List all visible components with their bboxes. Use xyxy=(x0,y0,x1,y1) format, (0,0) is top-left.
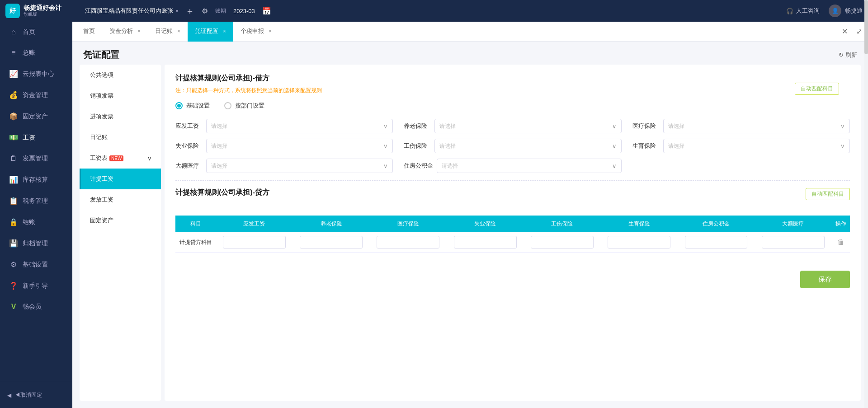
th-yingfa: 应发工资 xyxy=(216,216,292,232)
save-button[interactable]: 保存 xyxy=(800,271,850,288)
username-label: 畅捷通 xyxy=(845,7,863,15)
sidebar-item-close[interactable]: 🔒 结账 xyxy=(0,211,72,233)
close-funds-tab[interactable]: × xyxy=(137,28,141,34)
sidebar-item-tax[interactable]: 📋 税务管理 xyxy=(0,190,72,211)
page-title: 凭证配置 xyxy=(83,49,119,61)
field-gongshang: 工伤保险 请选择 ∨ xyxy=(404,139,621,153)
leftnav-purchase[interactable]: 进项发票 xyxy=(80,106,161,127)
input-gongshang[interactable] xyxy=(531,236,594,249)
sidebar-item-inventory[interactable]: 📊 库存核算 xyxy=(0,169,72,190)
input-gjj[interactable] xyxy=(685,236,748,249)
radio-dept[interactable]: 按部门设置 xyxy=(224,102,264,110)
sidebar-item-invoice[interactable]: 🗒 发票管理 xyxy=(0,148,72,169)
tax-icon: 📋 xyxy=(9,197,18,205)
sidebar-item-assets[interactable]: 📦 固定资产 xyxy=(0,106,72,127)
company-selector[interactable]: 江西服宝精品有限责任公司内账张 ▾ xyxy=(85,7,178,15)
reports-icon: 📈 xyxy=(9,70,18,78)
input-daeyiliao[interactable] xyxy=(762,236,825,249)
radio-basic-circle xyxy=(175,102,183,109)
th-yanglao: 养老保险 xyxy=(292,216,369,232)
tab-tax[interactable]: 个税申报 × xyxy=(233,22,279,42)
tab-home-label: 首页 xyxy=(83,27,95,35)
content-area: 首页 资金分析 × 日记账 × 凭证配置 × 个税申报 × ✕ ⤢ xyxy=(72,22,868,408)
sidebar-label-close: 结账 xyxy=(23,218,35,226)
sidebar-item-salary[interactable]: 💵 工资 xyxy=(0,127,72,148)
input-yanglao[interactable] xyxy=(300,236,363,249)
auto-match-button-1[interactable]: 自动匹配科目 xyxy=(795,83,839,95)
expand-tab-button[interactable]: ⤢ xyxy=(854,26,864,37)
close-tax-tab[interactable]: × xyxy=(269,28,272,34)
radio-basic[interactable]: 基础设置 xyxy=(175,102,210,110)
leftnav-salary-table[interactable]: 工资表NEW ∨ xyxy=(80,148,161,169)
label-daeyiliao: 大额医疗 xyxy=(175,162,203,170)
auto-match-button-2[interactable]: 自动匹配科目 xyxy=(806,188,850,200)
leftnav-fixed-assets[interactable]: 固定资产 xyxy=(80,210,161,231)
select-yiliao[interactable]: 请选择 ∨ xyxy=(663,119,850,133)
input-shengyu[interactable] xyxy=(608,236,670,249)
sidebar-item-guide[interactable]: ❓ 新手引导 xyxy=(0,275,72,296)
tab-voucher[interactable]: 凭证配置 × xyxy=(188,22,233,42)
sidebar-item-settings[interactable]: ⚙ 基础设置 xyxy=(0,254,72,275)
left-nav: 公共选项 销项发票 进项发票 日记账 工资表NEW ∨ 计提工资 发放工资 固定… xyxy=(80,65,161,401)
label-shengyu: 生育保险 xyxy=(632,142,660,150)
leftnav-diary[interactable]: 日记账 xyxy=(80,127,161,148)
tab-funds[interactable]: 资金分析 × xyxy=(102,22,148,42)
input-yiliao[interactable] xyxy=(377,236,439,249)
th-gongshang: 工伤保险 xyxy=(524,216,600,232)
input-yingfa[interactable] xyxy=(223,236,286,249)
td-row-label: 计提贷方科目 xyxy=(175,232,216,253)
th-action: 操作 xyxy=(831,216,850,232)
tab-controls: ✕ ⤢ xyxy=(839,26,864,37)
app-logo-icon: 好 xyxy=(5,4,20,18)
settings-icon[interactable]: ⚙ xyxy=(202,7,208,15)
top-right: 🎧 人工咨询 👤 畅捷通 xyxy=(786,5,863,17)
user-area[interactable]: 👤 畅捷通 xyxy=(829,5,863,17)
leftnav-sales[interactable]: 销项发票 xyxy=(80,85,161,106)
delete-row-button[interactable]: 🗑 xyxy=(837,238,844,246)
th-daeyiliao: 大额医疗 xyxy=(755,216,831,232)
guide-icon: ❓ xyxy=(9,281,18,290)
settings-nav-icon: ⚙ xyxy=(9,260,18,269)
leftnav-salary-calc[interactable]: 计提工资 xyxy=(80,169,161,189)
select-gjj[interactable]: 请选择 ∨ xyxy=(437,159,621,173)
add-button[interactable]: ＋ xyxy=(185,5,194,17)
refresh-button[interactable]: ↻ 刷新 xyxy=(839,51,857,59)
sidebar-item-reports[interactable]: 📈 云报表中心 xyxy=(0,63,72,84)
select-shengyu[interactable]: 请选择 ∨ xyxy=(663,139,850,153)
form-grid-row2: 失业保险 请选择 ∨ 工伤保险 请选择 ∨ xyxy=(175,139,850,153)
leftnav-public[interactable]: 公共选项 xyxy=(80,65,161,85)
th-shiye: 失业保险 xyxy=(447,216,524,232)
inventory-icon: 📊 xyxy=(9,175,18,184)
consultant-button[interactable]: 🎧 人工咨询 xyxy=(786,7,820,15)
sidebar-label-salary: 工资 xyxy=(23,134,35,142)
sidebar-item-funds[interactable]: 💰 资金管理 xyxy=(0,84,72,106)
close-diary-tab[interactable]: × xyxy=(177,28,180,34)
td-daeyiliao xyxy=(755,232,831,253)
leftnav-salary-pay[interactable]: 发放工资 xyxy=(80,189,161,210)
select-gongshang[interactable]: 请选择 ∨ xyxy=(434,139,621,153)
tab-tax-label: 个税申报 xyxy=(241,27,264,35)
select-yanglao[interactable]: 请选择 ∨ xyxy=(434,119,621,133)
sidebar-item-ledger[interactable]: ≡ 总账 xyxy=(0,42,72,63)
calendar-icon[interactable]: 📅 xyxy=(262,7,271,15)
invoice-icon: 🗒 xyxy=(9,155,18,163)
close-tab-button[interactable]: ✕ xyxy=(839,26,850,37)
close-voucher-tab[interactable]: × xyxy=(223,28,226,34)
sidebar-item-home[interactable]: ⌂ 首页 xyxy=(0,22,72,42)
select-daeyiliao[interactable]: 请选择 ∨ xyxy=(206,159,393,173)
tab-diary[interactable]: 日记账 × xyxy=(148,22,188,42)
sidebar-label-inventory: 库存核算 xyxy=(23,176,48,184)
sidebar-label-assets: 固定资产 xyxy=(23,113,48,121)
unpin-button[interactable]: ◀ ◀取消固定 xyxy=(0,387,72,403)
save-area: 保存 xyxy=(175,271,850,297)
input-shiye[interactable] xyxy=(454,236,517,249)
select-shiye[interactable]: 请选择 ∨ xyxy=(206,139,393,153)
home-icon: ⌂ xyxy=(9,28,18,36)
tab-home[interactable]: 首页 xyxy=(76,22,102,42)
app-edition: 旗舰版 xyxy=(24,11,61,18)
select-yingfa[interactable]: 请选择 ∨ xyxy=(206,119,393,133)
scrollbar[interactable] xyxy=(864,65,868,408)
chevron-yingfa: ∨ xyxy=(383,123,388,130)
sidebar-item-member[interactable]: V 畅会员 xyxy=(0,296,72,317)
sidebar-item-archive[interactable]: 💾 归档管理 xyxy=(0,233,72,254)
